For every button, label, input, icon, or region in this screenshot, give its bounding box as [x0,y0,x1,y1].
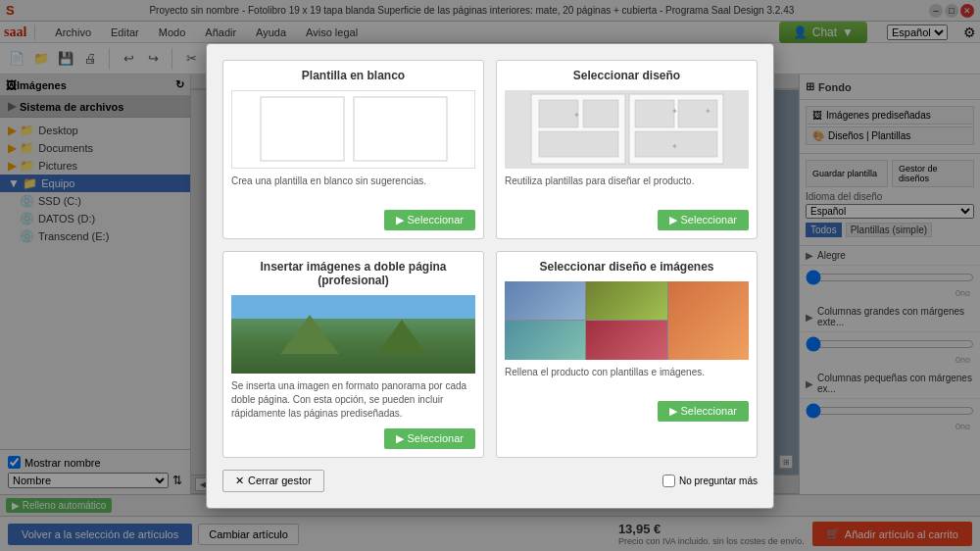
select-blank-button[interactable]: ▶ Seleccionar [384,210,475,230]
design-template-preview: ✦ ✦ ✦ ✦ [505,90,749,169]
modal-card-blank: Plantilla en blanco Crea una plantilla e… [222,60,484,239]
close-btn-label: Cerrar gestor [248,475,312,486]
photo-collage [505,281,749,360]
card-bottom: ▶ Seleccionar [231,210,475,230]
collage-cell-4 [505,321,585,360]
modal-card-collage: Seleccionar diseño e imágenes Rellena el… [496,251,758,458]
select-label: Seleccionar [681,405,737,417]
card-title: Insertar imágenes a doble página (profes… [231,260,475,287]
blank-preview-svg [256,92,452,166]
arrow-right-icon: ▶ [669,405,677,418]
svg-rect-22 [635,100,674,127]
select-collage-button[interactable]: ▶ Seleccionar [658,401,749,422]
card-title: Plantilla en blanco [231,69,475,82]
arrow-right-icon: ▶ [396,432,404,445]
modal-dialog: Plantilla en blanco Crea una plantilla e… [206,43,774,509]
collage-cell-5 [586,321,666,360]
arrow-right-icon: ▶ [396,214,404,226]
svg-rect-23 [678,100,717,127]
card-description: Rellena el producto con plantillas e imá… [505,366,749,393]
card-description: Se inserta una imagen en formato panoram… [231,379,475,421]
svg-rect-20 [583,100,618,127]
modal-card-design: Seleccionar diseño ✦ ✦ [496,60,758,239]
svg-text:✦: ✦ [670,142,677,151]
modal-overlay: Plantilla en blanco Crea una plantilla e… [0,0,980,551]
collage-cell-1 [505,281,585,321]
select-label: Seleccionar [408,432,464,444]
no-ask-row: No preguntar más [662,475,758,487]
close-modal-button[interactable]: ✕ Cerrar gestor [222,470,324,492]
modal-card-double: Insertar imágenes a doble página (profes… [222,251,484,458]
card-bottom: ▶ Seleccionar [231,428,475,449]
design-preview-svg: ✦ ✦ ✦ ✦ [529,92,725,166]
collage-cell-3 [668,281,749,360]
double-page-preview [231,295,475,374]
no-ask-checkbox[interactable] [662,475,675,487]
card-bottom: ▶ Seleccionar [505,210,749,230]
close-x-icon: ✕ [235,475,244,487]
card-description: Reutiliza plantillas para diseñar el pro… [505,175,749,202]
collage-cell-2 [586,281,666,321]
card-title: Seleccionar diseño e imágenes [505,260,749,274]
blank-template-preview [231,90,475,169]
mountain-photo [231,295,475,374]
select-design-button[interactable]: ▶ Seleccionar [658,210,749,230]
card-bottom: ▶ Seleccionar [505,401,749,422]
modal-grid: Plantilla en blanco Crea una plantilla e… [222,60,758,458]
no-ask-label: No preguntar más [679,476,758,486]
svg-text:✦: ✦ [572,111,579,120]
card-description: Crea una plantilla en blanco sin sugeren… [231,175,475,202]
svg-rect-21 [539,131,618,157]
svg-rect-15 [261,97,344,161]
select-label: Seleccionar [681,214,737,225]
select-double-button[interactable]: ▶ Seleccionar [384,428,475,449]
card-title: Seleccionar diseño [505,69,749,82]
arrow-right-icon: ▶ [669,214,677,226]
select-label: Seleccionar [408,214,464,225]
collage-preview [505,281,749,360]
modal-footer: ✕ Cerrar gestor No preguntar más [222,470,758,492]
svg-text:✦: ✦ [670,107,677,116]
svg-text:✦: ✦ [704,107,710,116]
svg-rect-16 [354,97,447,161]
